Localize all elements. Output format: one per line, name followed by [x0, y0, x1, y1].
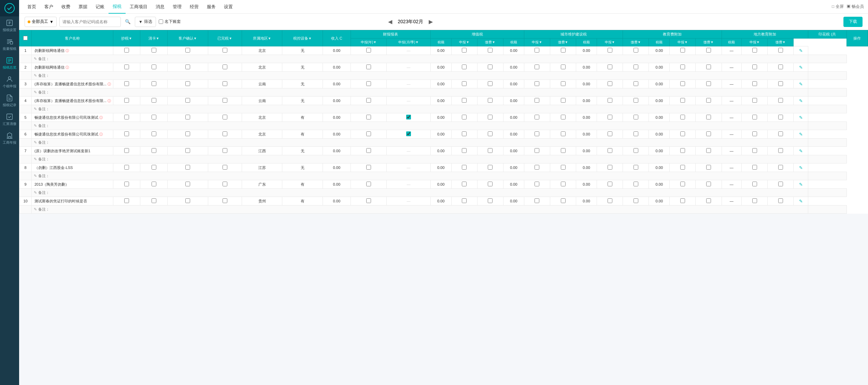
row-df-jiaofei[interactable]	[696, 180, 722, 189]
row-chaoshui[interactable]	[113, 63, 140, 72]
row-jy-shenbao[interactable]	[597, 63, 623, 72]
row-zz-jiaofei[interactable]	[477, 147, 503, 155]
row-zz-shenbao[interactable]	[451, 97, 477, 105]
row-queren[interactable]	[167, 197, 208, 205]
row-jy-shenbao[interactable]	[597, 130, 623, 139]
row-yh-shenbao[interactable]	[742, 147, 768, 155]
row-cs-shenbao[interactable]	[524, 63, 550, 72]
row-zz-jiaofei[interactable]	[477, 46, 503, 55]
row-action[interactable]: ✎	[794, 80, 808, 88]
row-chaoshui[interactable]	[113, 147, 140, 155]
nav-invoice[interactable]: 票据	[74, 0, 91, 14]
row-queren[interactable]	[167, 113, 208, 122]
row-chaoshui[interactable]	[113, 163, 140, 172]
row-jy-shenbao[interactable]	[597, 97, 623, 105]
nav-client[interactable]: 客户	[40, 0, 57, 14]
row-wanshuei[interactable]	[208, 80, 242, 88]
row-zz-shenbao[interactable]	[451, 113, 477, 122]
edit-icon[interactable]: ✎	[799, 65, 803, 70]
sidebar-item-piliangbaoshui[interactable]: 批量报税	[0, 35, 19, 54]
row-caibao-year[interactable]	[351, 130, 387, 139]
mingxia-checkbox-label[interactable]: 名下账套	[159, 19, 181, 25]
row-yh-jiaofei[interactable]	[768, 46, 794, 55]
row-queren[interactable]	[167, 63, 208, 72]
row-yh-jiaofei[interactable]	[768, 97, 794, 105]
row-wanshuei[interactable]	[208, 130, 242, 139]
row-jy-jiaofei[interactable]	[623, 46, 649, 55]
row-jy-shenbao[interactable]	[597, 163, 623, 172]
row-qingka[interactable]	[140, 163, 168, 172]
row-cs-shenbao[interactable]	[524, 197, 550, 205]
row-zz-shenbao[interactable]	[451, 46, 477, 55]
row-caibao-year[interactable]	[351, 180, 387, 189]
row-action[interactable]: ✎	[794, 97, 808, 105]
row-yh-shenbao[interactable]	[742, 180, 768, 189]
edit-icon[interactable]: ✎	[799, 132, 803, 137]
row-caibao-month[interactable]: —	[387, 80, 430, 88]
fullscreen-btn[interactable]: □ 全屏	[832, 4, 844, 10]
sidebar-item-baoshuizonglan[interactable]: 报税总览	[0, 54, 19, 73]
row-df-jiaofei[interactable]	[696, 197, 722, 205]
nav-bookkeep[interactable]: 记账	[91, 0, 109, 14]
row-wanshuei[interactable]	[208, 63, 242, 72]
tax-table-area[interactable]: 客户名称 抄税▼ 清卡▼ 客户确认▼ 已完税▼ 所属地区▼ 税控设备▼ 收入 C…	[19, 30, 868, 385]
row-queren[interactable]	[167, 46, 208, 55]
row-jy-shenbao[interactable]	[597, 80, 623, 88]
row-df-jiaofei[interactable]	[696, 46, 722, 55]
row-yh-jiaofei[interactable]	[768, 80, 794, 88]
row-caibao-month[interactable]: —	[387, 197, 430, 205]
row-chaoshui[interactable]	[113, 180, 140, 189]
row-caibao-month[interactable]	[387, 130, 430, 139]
row-df-jiaofei[interactable]	[696, 63, 722, 72]
row-yh-jiaofei[interactable]	[768, 147, 794, 155]
row-yh-shenbao[interactable]	[742, 197, 768, 205]
row-wanshuei[interactable]	[208, 147, 242, 155]
row-df-jiaofei[interactable]	[696, 80, 722, 88]
edit-icon[interactable]: ✎	[799, 165, 803, 170]
row-df-shenbao[interactable]	[670, 197, 696, 205]
nav-service[interactable]: 服务	[203, 0, 220, 14]
row-df-shenbao[interactable]	[670, 97, 696, 105]
select-all-checkbox[interactable]	[23, 36, 28, 40]
sidebar-item-geshuishenbao[interactable]: 个税申报	[0, 73, 19, 91]
row-qingka[interactable]	[140, 80, 168, 88]
row-yh-jiaofei[interactable]	[768, 197, 794, 205]
row-jy-shenbao[interactable]	[597, 46, 623, 55]
row-wanshuei[interactable]	[208, 197, 242, 205]
row-caibao-month[interactable]: —	[387, 180, 430, 189]
row-jy-jiaofei[interactable]	[623, 97, 649, 105]
row-action[interactable]: ✎	[794, 63, 808, 72]
row-zz-shenbao[interactable]	[451, 130, 477, 139]
row-caibao-month[interactable]: —	[387, 97, 430, 105]
row-wanshuei[interactable]	[208, 113, 242, 122]
row-jy-jiaofei[interactable]	[623, 197, 649, 205]
row-df-jiaofei[interactable]	[696, 113, 722, 122]
row-caibao-year[interactable]	[351, 163, 387, 172]
row-cs-shenbao[interactable]	[524, 80, 550, 88]
row-yh-shenbao[interactable]	[742, 97, 768, 105]
row-cs-jiaofei[interactable]	[550, 147, 576, 155]
row-qingka[interactable]	[140, 97, 168, 105]
row-zz-jiaofei[interactable]	[477, 113, 503, 122]
nav-manage[interactable]: 管理	[169, 0, 186, 14]
row-yh-jiaofei[interactable]	[768, 130, 794, 139]
row-cs-jiaofei[interactable]	[550, 180, 576, 189]
row-yh-jiaofei[interactable]	[768, 113, 794, 122]
row-cs-shenbao[interactable]	[524, 163, 550, 172]
row-wanshuei[interactable]	[208, 46, 242, 55]
nav-message[interactable]: 消息	[152, 0, 169, 14]
nav-settings[interactable]: 设置	[220, 0, 237, 14]
row-caibao-month[interactable]	[387, 113, 430, 122]
row-qingka[interactable]	[140, 130, 168, 139]
row-df-shenbao[interactable]	[670, 130, 696, 139]
row-wanshuei[interactable]	[208, 97, 242, 105]
row-zz-shenbao[interactable]	[451, 147, 477, 155]
row-chaoshui[interactable]	[113, 113, 140, 122]
row-cs-shenbao[interactable]	[524, 147, 550, 155]
row-df-shenbao[interactable]	[670, 46, 696, 55]
nav-finance[interactable]: 经营	[186, 0, 203, 14]
next-month-button[interactable]: ▶	[427, 17, 434, 26]
mingxia-checkbox[interactable]	[159, 19, 163, 24]
row-cs-shenbao[interactable]	[524, 46, 550, 55]
row-wanshuei[interactable]	[208, 180, 242, 189]
